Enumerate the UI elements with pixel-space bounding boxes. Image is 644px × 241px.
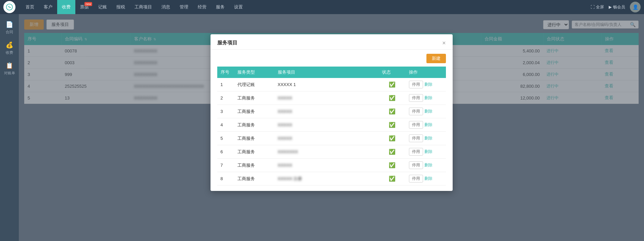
dialog-cell-type: 工商服务 — [234, 118, 274, 132]
dialog-cell-action[interactable]: 停用删除 — [406, 159, 446, 172]
contract-icon: 📄 — [6, 21, 13, 28]
dialog-cell-item: XXXXX — [274, 91, 379, 105]
service-dialog: 服务项目 × 新建 序号 服务类型 服务项目 状态 操作 — [211, 34, 453, 191]
dialog-cell-action[interactable]: 停用删除 — [406, 132, 446, 145]
fullscreen-button[interactable]: ⛶ 全屏 — [591, 4, 604, 10]
nav-operation[interactable]: 经营 — [193, 0, 211, 14]
dialog-cell-item: XXXXX — [274, 105, 379, 118]
delete-button[interactable]: 删除 — [424, 95, 432, 101]
nav-tax[interactable]: 报税 — [112, 0, 130, 14]
dialog-cell-seq: 2 — [217, 91, 234, 105]
stop-button[interactable]: 停用 — [409, 148, 423, 156]
left-sidebar: 📄 合同 💰 收费 📋 对账单 — [0, 14, 19, 241]
dialog-table-row: 3 工商服务 XXXXX ✅ 停用删除 — [217, 105, 446, 118]
member-button[interactable]: ▶ 畅会员 — [609, 4, 625, 10]
dialog-title: 服务项目 — [217, 40, 237, 46]
dialog-cell-status: ✅ — [379, 118, 406, 132]
dialog-table-row: 5 工商服务 XXXXX ✅ 停用删除 — [217, 132, 446, 145]
top-nav-right: ⛶ 全屏 ▶ 畅会员 👤 — [591, 2, 641, 12]
dialog-cell-type: 工商服务 — [234, 172, 274, 186]
member-icon: ▶ — [609, 5, 612, 9]
sidebar-item-statement[interactable]: 📋 对账单 — [0, 58, 19, 79]
sidebar-item-billing[interactable]: 💰 收费 — [0, 38, 19, 58]
delete-button[interactable]: 删除 — [424, 176, 432, 182]
dialog-table-row: 7 工商服务 XXXXX ✅ 停用删除 — [217, 159, 446, 172]
stop-button[interactable]: 停用 — [409, 108, 423, 115]
dialog-cell-action[interactable]: 停用删除 — [406, 145, 446, 159]
dialog-close-button[interactable]: × — [442, 40, 446, 46]
delete-button[interactable]: 删除 — [424, 149, 432, 155]
dialog-col-action: 操作 — [406, 67, 446, 78]
delete-button[interactable]: 删除 — [424, 162, 432, 168]
dialog-cell-item: XXXXX 注册 — [274, 172, 379, 186]
dialog-cell-action[interactable]: 停用删除 — [406, 78, 446, 91]
dialog-cell-action[interactable]: 停用删除 — [406, 118, 446, 132]
dialog-cell-item: XXXXX — [274, 159, 379, 172]
dialog-cell-seq: 7 — [217, 159, 234, 172]
dialog-cell-seq: 8 — [217, 172, 234, 186]
status-check-icon: ✅ — [389, 135, 395, 141]
dialog-cell-seq: 3 — [217, 105, 234, 118]
new-service-button[interactable]: 新建 — [426, 54, 446, 63]
nav-client[interactable]: 客户 — [39, 0, 57, 14]
nav-manage[interactable]: 管理 — [175, 0, 193, 14]
stop-button[interactable]: 停用 — [409, 94, 423, 102]
sidebar-item-contract[interactable]: 📄 合同 — [0, 17, 19, 38]
top-nav: 首页 客户 收费 票据 new 记账 报税 工商项目 消息 管理 经营 服务 设… — [0, 0, 644, 14]
dialog-cell-action[interactable]: 停用删除 — [406, 105, 446, 118]
fullscreen-icon: ⛶ — [591, 5, 595, 9]
stop-button[interactable]: 停用 — [409, 175, 423, 183]
dialog-body: 新建 序号 服务类型 服务项目 状态 操作 1 代理记账 — [211, 50, 453, 191]
status-check-icon: ✅ — [389, 176, 395, 182]
dialog-table-row: 6 工商服务 XXXXXXX ✅ 停用删除 — [217, 145, 446, 159]
dialog-cell-action[interactable]: 停用删除 — [406, 91, 446, 105]
dialog-table-row: 2 工商服务 XXXXX ✅ 停用删除 — [217, 91, 446, 105]
delete-button[interactable]: 删除 — [424, 122, 432, 128]
dialog-col-status: 状态 — [379, 67, 406, 78]
delete-button[interactable]: 删除 — [424, 82, 432, 87]
dialog-table-row: 1 代理记账 XXXXX 1 ✅ 停用删除 — [217, 78, 446, 91]
stop-button[interactable]: 停用 — [409, 121, 423, 129]
nav-home[interactable]: 首页 — [21, 0, 39, 14]
dialog-cell-status: ✅ — [379, 172, 406, 186]
statement-icon: 📋 — [6, 62, 13, 69]
new-badge: new — [84, 2, 92, 6]
status-check-icon: ✅ — [389, 122, 395, 128]
dialog-cell-seq: 4 — [217, 118, 234, 132]
app-logo[interactable] — [3, 1, 15, 13]
dialog-cell-type: 工商服务 — [234, 91, 274, 105]
dialog-cell-seq: 6 — [217, 145, 234, 159]
dialog-col-seq: 序号 — [217, 67, 234, 78]
nav-settings[interactable]: 设置 — [229, 0, 248, 14]
nav-service[interactable]: 服务 — [211, 0, 229, 14]
nav-billing[interactable]: 收费 — [57, 0, 75, 14]
dialog-table-row: 8 工商服务 XXXXX 注册 ✅ 停用删除 — [217, 172, 446, 186]
dialog-cell-type: 代理记账 — [234, 78, 274, 91]
status-check-icon: ✅ — [389, 162, 395, 168]
dialog-cell-status: ✅ — [379, 91, 406, 105]
billing-icon: 💰 — [6, 41, 13, 49]
dialog-cell-status: ✅ — [379, 78, 406, 91]
dialog-col-item: 服务项目 — [274, 67, 379, 78]
stop-button[interactable]: 停用 — [409, 161, 423, 169]
nav-invoice[interactable]: 票据 new — [75, 0, 93, 14]
dialog-cell-status: ✅ — [379, 159, 406, 172]
status-check-icon: ✅ — [389, 95, 395, 101]
dialog-cell-item: XXXXX — [274, 132, 379, 145]
delete-button[interactable]: 删除 — [424, 135, 432, 141]
delete-button[interactable]: 删除 — [424, 109, 432, 114]
stop-button[interactable]: 停用 — [409, 134, 423, 142]
dialog-cell-status: ✅ — [379, 145, 406, 159]
dialog-toolbar: 新建 — [217, 54, 446, 63]
nav-bookkeeping[interactable]: 记账 — [93, 0, 112, 14]
dialog-col-type: 服务类型 — [234, 67, 274, 78]
dialog-cell-item: XXXXX 1 — [274, 78, 379, 91]
stop-button[interactable]: 停用 — [409, 81, 423, 88]
nav-business[interactable]: 工商项目 — [130, 0, 157, 14]
dialog-cell-action[interactable]: 停用删除 — [406, 172, 446, 186]
user-avatar[interactable]: 👤 — [630, 2, 641, 12]
dialog-cell-status: ✅ — [379, 132, 406, 145]
nav-message[interactable]: 消息 — [157, 0, 175, 14]
dialog-header: 服务项目 × — [211, 34, 453, 50]
dialog-table-wrap[interactable]: 序号 服务类型 服务项目 状态 操作 1 代理记账 XXXXX 1 ✅ 停用删除… — [217, 67, 446, 186]
